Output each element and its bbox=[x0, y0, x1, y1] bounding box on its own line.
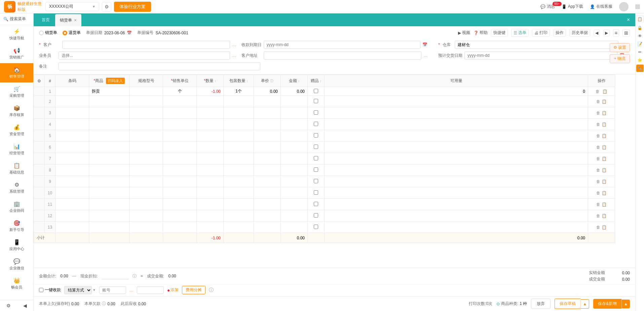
payment-method-select[interactable]: 结算方式 bbox=[64, 286, 92, 294]
warehouse-input[interactable] bbox=[455, 41, 618, 49]
cash-discount-input[interactable] bbox=[102, 273, 128, 279]
delete-row-icon[interactable]: 🗑 bbox=[596, 213, 600, 218]
copy-row-icon[interactable]: 📋 bbox=[602, 168, 607, 172]
salesperson-more-icon[interactable]: … bbox=[232, 53, 236, 58]
settings-button[interactable]: ⚙ 设置 bbox=[610, 43, 630, 52]
info-debt-icon[interactable]: ⓘ bbox=[102, 301, 106, 307]
settings-gear-button[interactable]: ⚙ bbox=[102, 2, 111, 11]
sidebar-item-app-center[interactable]: 📱 应用中心 bbox=[0, 236, 33, 255]
copy-row-icon[interactable]: 📋 bbox=[602, 156, 607, 161]
company-selector[interactable]: XXXXXX公司 ▼ bbox=[45, 2, 99, 11]
next-record-button[interactable]: ▶ bbox=[603, 30, 610, 36]
message-button[interactable]: 💬 消息 99+ bbox=[540, 4, 555, 9]
panel-icon-6[interactable]: ⭐ bbox=[636, 56, 644, 64]
amount-input[interactable] bbox=[137, 286, 164, 294]
split-view-button[interactable]: ⊞ bbox=[622, 29, 630, 37]
discard-button[interactable]: 放弃 bbox=[531, 299, 551, 309]
sidebar-item-basic-info[interactable]: 📋 基础信息 bbox=[0, 159, 33, 178]
expected-date-input[interactable] bbox=[464, 51, 617, 60]
select-button[interactable]: ☰ 选单 bbox=[511, 29, 529, 37]
delete-row-icon[interactable]: 🗑 bbox=[596, 168, 600, 172]
logistics-button[interactable]: + 物流 bbox=[610, 54, 630, 63]
copy-row-icon[interactable]: 📋 bbox=[602, 145, 607, 150]
delete-row-icon[interactable]: 🗑 bbox=[596, 111, 600, 115]
tab-close-icon[interactable]: × bbox=[74, 17, 77, 23]
panel-icon-4[interactable]: 📝 bbox=[636, 40, 644, 48]
tab-home[interactable]: 首页 bbox=[36, 13, 55, 26]
panel-icon-3[interactable]: 👁 bbox=[636, 32, 644, 40]
sidebar-item-member[interactable]: 👑 畅会员 bbox=[0, 274, 33, 293]
delete-row-icon[interactable]: 🗑 bbox=[596, 225, 600, 230]
delete-row-icon[interactable]: 🗑 bbox=[596, 133, 600, 138]
copy-row-icon[interactable]: 📋 bbox=[602, 202, 607, 207]
save-draft-button[interactable]: 保存草稿 bbox=[555, 299, 580, 309]
copy-row-icon[interactable]: 📋 bbox=[602, 122, 607, 127]
operate-button[interactable]: 操作 bbox=[553, 29, 566, 37]
save-new-button[interactable]: 保存&新增 bbox=[593, 299, 622, 309]
copy-row-icon[interactable]: 📋 bbox=[602, 133, 607, 138]
avatar[interactable] bbox=[619, 2, 629, 11]
history-button[interactable]: 历史单据 bbox=[569, 29, 590, 37]
delete-row-icon[interactable]: 🗑 bbox=[596, 99, 600, 104]
expense-button[interactable]: 费用分摊 bbox=[182, 286, 205, 294]
copy-row-icon[interactable]: 📋 bbox=[602, 179, 607, 184]
panel-icon-2[interactable]: 🔒 bbox=[636, 24, 644, 32]
sidebar-item-wechat[interactable]: 💬 企业微信 bbox=[0, 255, 33, 274]
radio-return[interactable]: 退货单 bbox=[63, 30, 81, 36]
customer-address-more-icon[interactable]: … bbox=[423, 53, 427, 58]
scan-button[interactable]: 扫码录入 bbox=[106, 78, 125, 84]
panel-icon-7[interactable]: 🔧 bbox=[636, 65, 644, 72]
copy-row-icon[interactable]: 📋 bbox=[602, 213, 607, 218]
delete-row-icon[interactable]: 🗑 bbox=[596, 145, 600, 150]
copy-row-icon[interactable]: 📋 bbox=[602, 111, 607, 115]
grid-view-button[interactable]: ≡ bbox=[613, 29, 619, 37]
copy-row-icon[interactable]: 📋 bbox=[602, 191, 607, 195]
app-download-button[interactable]: 📱 App下载 bbox=[562, 4, 583, 9]
sidebar-item-operations[interactable]: 📊 经营管理 bbox=[0, 140, 33, 159]
col-settings[interactable]: ⚙ bbox=[34, 75, 45, 87]
customer-input[interactable] bbox=[62, 41, 230, 49]
sidebar-item-inventory[interactable]: 📦 库存核算 bbox=[0, 102, 33, 121]
delete-row-icon[interactable]: 🗑 bbox=[596, 122, 600, 127]
customer-more-icon[interactable]: … bbox=[232, 42, 236, 47]
sidebar-collapse-button[interactable]: ◀ bbox=[23, 303, 27, 308]
sidebar-item-quick-nav[interactable]: ⚡ 快捷导航 bbox=[0, 25, 33, 44]
delete-row-icon[interactable]: 🗑 bbox=[596, 202, 600, 207]
save-draft-expand-button[interactable]: ▲ bbox=[580, 299, 589, 309]
one-click-payment-checkbox[interactable]: 一键收款 bbox=[39, 287, 61, 293]
help-button[interactable]: ❓ 帮助 bbox=[473, 30, 488, 36]
panel-icon-1[interactable]: 📋 bbox=[636, 15, 644, 23]
sidebar-item-marketing[interactable]: 📢 营销推广 bbox=[0, 44, 33, 63]
sidebar-search[interactable]: 🔍 搜索菜单 bbox=[0, 13, 33, 25]
account-more-icon[interactable]: … bbox=[129, 288, 134, 293]
sidebar-settings-button[interactable]: ⚙ bbox=[6, 303, 11, 308]
radio-sale[interactable]: 销货单 bbox=[39, 30, 57, 36]
prev-record-button[interactable]: ◀ bbox=[594, 30, 600, 36]
sidebar-item-finance[interactable]: 💰 资金管理 bbox=[0, 121, 33, 140]
expense-help-icon[interactable]: ⓘ bbox=[209, 287, 214, 293]
salesperson-input[interactable] bbox=[59, 51, 230, 60]
video-button[interactable]: ▶ 视频 bbox=[458, 30, 470, 36]
delete-row-icon[interactable]: 🗑 bbox=[596, 191, 600, 195]
shortcut-button[interactable]: 快捷键 bbox=[491, 29, 508, 37]
account-input[interactable] bbox=[99, 286, 126, 294]
info-circle-icon[interactable]: ⓘ bbox=[132, 273, 137, 279]
print-button[interactable]: 🖨 打印 bbox=[532, 29, 550, 37]
notes-input[interactable] bbox=[59, 62, 260, 70]
copy-row-icon[interactable]: 📋 bbox=[602, 99, 607, 104]
customer-address-input[interactable] bbox=[264, 51, 422, 60]
due-date-calendar-icon[interactable]: 📅 bbox=[422, 42, 427, 47]
sidebar-item-guide[interactable]: 🎯 新手引导 bbox=[0, 217, 33, 236]
sidebar-item-system[interactable]: ⚙ 系统管理 bbox=[0, 178, 33, 197]
calendar-icon[interactable]: 📅 bbox=[127, 31, 132, 35]
panel-icon-5[interactable]: ✏ bbox=[636, 48, 644, 56]
tab-sale-order[interactable]: 销货单 × bbox=[55, 14, 81, 26]
close-all-button[interactable]: × bbox=[624, 17, 633, 23]
save-new-expand-button[interactable]: ▲ bbox=[622, 300, 630, 308]
online-service-button[interactable]: 👤 在线客服 bbox=[590, 4, 612, 9]
trial-button[interactable]: 体验行业方案 bbox=[114, 2, 151, 12]
delete-row-icon[interactable]: 🗑 bbox=[596, 156, 600, 161]
copy-row-icon[interactable]: 📋 bbox=[602, 89, 607, 94]
sidebar-item-sales[interactable]: 🏠 销售管理 bbox=[0, 63, 33, 82]
add-payment-button[interactable]: ● 添加 bbox=[167, 287, 179, 293]
